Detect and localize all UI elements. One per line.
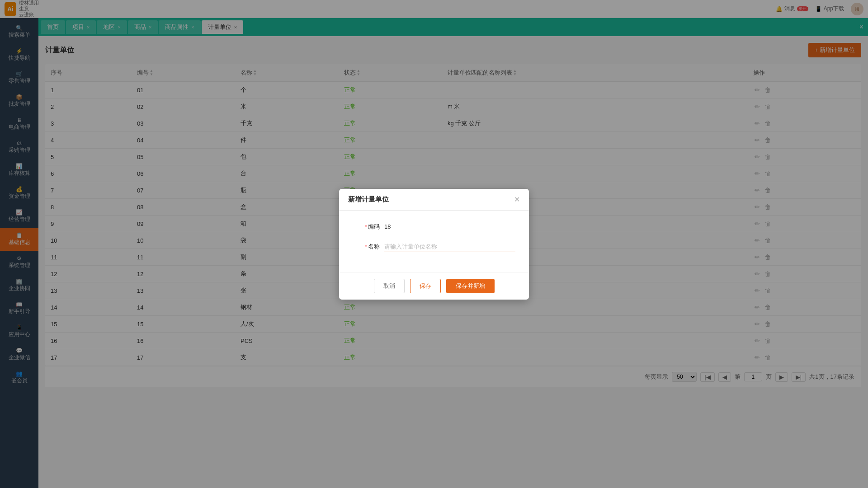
cancel-button[interactable]: 取消	[374, 279, 405, 293]
code-label: *编码	[353, 223, 380, 231]
form-item-name: *名称	[353, 241, 515, 252]
modal-title: 新增计量单位	[348, 195, 389, 204]
code-input[interactable]	[384, 221, 515, 232]
name-input[interactable]	[384, 241, 515, 252]
name-label: *名称	[353, 243, 380, 251]
form-item-code: *编码	[353, 221, 515, 232]
save-button[interactable]: 保存	[410, 279, 441, 293]
modal-overlay[interactable]: 新增计量单位 ✕ *编码 *名称 取消 保存 保存并新增	[0, 0, 868, 488]
save-and-new-button[interactable]: 保存并新增	[446, 279, 495, 293]
modal-footer: 取消 保存 保存并新增	[339, 272, 529, 300]
modal-header: 新增计量单位 ✕	[339, 189, 529, 211]
modal-body: *编码 *名称	[339, 211, 529, 272]
add-unit-modal: 新增计量单位 ✕ *编码 *名称 取消 保存 保存并新增	[339, 189, 529, 300]
modal-close-button[interactable]: ✕	[514, 195, 520, 204]
